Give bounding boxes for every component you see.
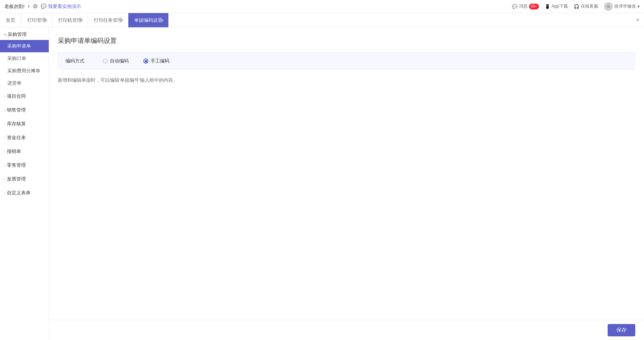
main-content: 采购申请单编码设置 编码方式 自动编码 手工编码 新增和编辑单据时，可以编辑'单… bbox=[49, 28, 644, 340]
app-download-button[interactable]: 📱 App下载 bbox=[545, 3, 568, 9]
footer-bar: 保存 bbox=[49, 320, 644, 340]
window-close-button[interactable]: × bbox=[631, 16, 644, 24]
tab-close-print-manage[interactable]: × bbox=[43, 17, 49, 23]
sidebar-item-purchase-order[interactable]: 采购订单 bbox=[0, 52, 49, 65]
sidebar-group-inventory[interactable]: › 库存核算 bbox=[0, 117, 49, 131]
top-bar-right: 💬 消息 99+ 📱 App下载 🎧 在线客服 头 徐泽华修改 ▾ bbox=[512, 2, 640, 11]
sidebar-group-sales[interactable]: › 销售管理 bbox=[0, 103, 49, 117]
tab-bar: 首页 打印管理 × 打印机管理 × 打印任务管理 × 单据编码设置 × × bbox=[0, 13, 644, 28]
encoding-section: 编码方式 自动编码 手工编码 bbox=[58, 52, 635, 70]
layout: ▾ 采购管理 采购申请单 采购订单 采购费用分摊单 进货单 › 项目合同 › 销… bbox=[0, 28, 644, 340]
sidebar-item-purchase-request[interactable]: 采购申请单 bbox=[0, 40, 49, 52]
tab-close-single-code[interactable]: × bbox=[160, 17, 165, 23]
tab-close-print-task[interactable]: × bbox=[119, 17, 125, 23]
user-menu[interactable]: 头 徐泽华修改 ▾ bbox=[604, 2, 640, 11]
encoding-label: 编码方式 bbox=[65, 58, 84, 64]
message-badge: 99+ bbox=[529, 4, 539, 9]
sidebar-group-purchase[interactable]: ▾ 采购管理 bbox=[0, 28, 49, 40]
top-bar: 老板勿割! ▾ ⚙ 💬 我要看实例演示 💬 消息 99+ 📱 App下载 🎧 在… bbox=[0, 0, 644, 13]
message-button[interactable]: 💬 消息 99+ bbox=[512, 3, 539, 9]
hint-text: 新增和编辑单据时，可以编辑'单据编号'输入框中的内容。 bbox=[58, 77, 635, 84]
tab-printer-manage[interactable]: 打印机管理 × bbox=[52, 13, 88, 27]
sidebar-item-purchase-expense[interactable]: 采购费用分摊单 bbox=[0, 65, 49, 77]
tab-home[interactable]: 首页 bbox=[0, 13, 21, 27]
auto-code-option[interactable]: 自动编码 bbox=[103, 58, 129, 64]
sidebar-group-project[interactable]: › 项目合同 bbox=[0, 89, 49, 103]
sidebar-group-retail[interactable]: › 零售管理 bbox=[0, 158, 49, 172]
dropdown-icon[interactable]: ▾ bbox=[28, 4, 30, 9]
sidebar-group-custom-form[interactable]: › 自定义表单 bbox=[0, 186, 49, 200]
sidebar-group-sales-return[interactable]: › 报销单 bbox=[0, 145, 49, 158]
content-area: 采购申请单编码设置 编码方式 自动编码 手工编码 新增和编辑单据时，可以编辑'单… bbox=[49, 28, 644, 320]
sidebar: ▾ 采购管理 采购申请单 采购订单 采购费用分摊单 进货单 › 项目合同 › 销… bbox=[0, 28, 49, 340]
sidebar-item-goods-receipt[interactable]: 进货单 bbox=[0, 77, 49, 89]
sidebar-group-capital[interactable]: › 资金往来 bbox=[0, 131, 49, 145]
sidebar-group-invoice[interactable]: › 发票管理 bbox=[0, 172, 49, 186]
manual-code-radio[interactable] bbox=[143, 58, 148, 64]
brand-text: 老板勿割! bbox=[4, 3, 25, 10]
top-bar-left: 老板勿割! ▾ ⚙ 💬 我要看实例演示 bbox=[4, 3, 81, 10]
demo-link[interactable]: 💬 我要看实例演示 bbox=[41, 3, 81, 10]
tab-print-task[interactable]: 打印任务管理 × bbox=[88, 13, 128, 27]
tab-close-printer-manage[interactable]: × bbox=[79, 17, 85, 23]
auto-code-radio[interactable] bbox=[103, 58, 108, 64]
avatar: 头 bbox=[604, 2, 613, 11]
save-button[interactable]: 保存 bbox=[608, 324, 635, 336]
tab-print-manage[interactable]: 打印管理 × bbox=[21, 13, 52, 27]
manual-code-option[interactable]: 手工编码 bbox=[143, 58, 169, 64]
online-service-button[interactable]: 🎧 在线客服 bbox=[574, 3, 598, 9]
page-title: 采购申请单编码设置 bbox=[58, 36, 635, 45]
tab-single-code[interactable]: 单据编码设置 × bbox=[128, 13, 169, 27]
settings-icon[interactable]: ⚙ bbox=[33, 3, 38, 10]
